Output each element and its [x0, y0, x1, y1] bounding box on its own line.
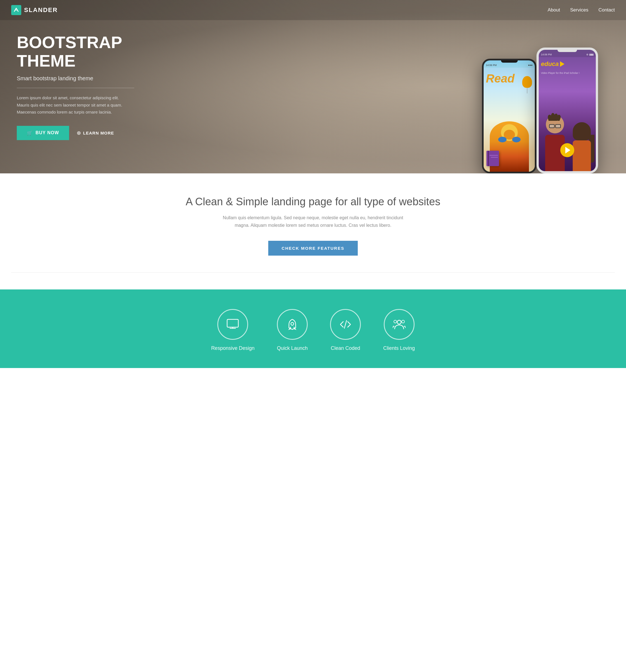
nav-item-about[interactable]: About [548, 7, 560, 13]
feature-clients-loving: Clients Loving [383, 309, 415, 351]
hero-divider [17, 88, 134, 88]
feature-circle-monitor [217, 309, 248, 340]
svg-point-7 [394, 320, 397, 323]
phone-screen-content-white: educa Video Player for the iPad Scholar … [539, 57, 596, 171]
monitor-icon [226, 318, 239, 331]
phone-screen-purple: 14:06 PM ⊛ ▮▮▮ educa Video Player for th… [539, 50, 596, 171]
hero-description: Lorem ipsum dolor sit amet, consectetur … [17, 94, 132, 116]
buy-now-button[interactable]: 🛒 BUY NOW [17, 126, 69, 140]
circle-dot-icon: ◎ [77, 130, 81, 135]
cart-icon: 🛒 [27, 130, 33, 136]
feature-responsive-design: Responsive Design [211, 309, 255, 351]
hero-content: BOOTSTRAPTHEME Smart bootstrap landing t… [0, 33, 148, 140]
feature-label-clients: Clients Loving [383, 345, 415, 351]
educa-subtitle: Video Player for the iPad Scholar ! [541, 70, 594, 75]
hero-buttons: 🛒 BUY NOW ◎ LEARN MORE [17, 126, 132, 140]
balloon-illustration [522, 76, 532, 93]
nav-links: About Services Contact [548, 7, 615, 13]
features-section: A Clean & Simple landing page for all ty… [0, 173, 626, 289]
features-divider [11, 272, 615, 273]
learn-more-button[interactable]: ◎ LEARN MORE [77, 130, 114, 135]
nav-link-contact[interactable]: Contact [598, 7, 615, 13]
educa-logo: educa [541, 61, 564, 68]
phone-notch-white [557, 50, 577, 52]
features-grid: Responsive Design Quick Launch [11, 309, 615, 351]
book-illustration [486, 151, 499, 166]
phones-area: 14:06 PM ●●● Read [282, 0, 626, 173]
users-icon [392, 318, 406, 331]
logo-icon [11, 5, 21, 15]
navbar: SLANDER About Services Contact [0, 0, 626, 20]
svg-point-3 [291, 322, 294, 325]
nav-item-contact[interactable]: Contact [598, 7, 615, 13]
features-heading: A Clean & Simple landing page for all ty… [11, 196, 615, 208]
feature-label-coded: Clean Coded [331, 345, 360, 351]
feature-label-responsive: Responsive Design [211, 345, 255, 351]
phone-notch-black [501, 61, 518, 63]
logo[interactable]: SLANDER [11, 5, 57, 15]
phone-screen-content-black: Read [484, 68, 535, 172]
svg-point-5 [397, 320, 401, 324]
rocket-icon [285, 318, 299, 331]
feature-label-launch: Quick Launch [277, 345, 308, 351]
feature-circle-rocket [277, 309, 308, 340]
feature-circle-users [384, 309, 415, 340]
phone-screen-black: 14:06 PM ●●● Read [484, 61, 535, 172]
nav-link-services[interactable]: Services [570, 7, 588, 13]
code-icon [339, 318, 352, 331]
hero-subtitle: Smart bootstrap landing theme [17, 75, 132, 82]
svg-line-4 [344, 320, 347, 328]
educa-characters [539, 110, 596, 171]
feature-quick-launch: Quick Launch [277, 309, 308, 351]
check-features-button[interactable]: CHECK MORE FEATURES [268, 241, 358, 256]
features-description: Nullam quis elementum ligula. Sed neque … [215, 214, 411, 229]
phone-status-black: 14:06 PM ●●● [484, 63, 535, 68]
feature-clean-coded: Clean Coded [330, 309, 361, 351]
teal-section: Responsive Design Quick Launch [0, 289, 626, 368]
nav-link-about[interactable]: About [548, 7, 560, 13]
feature-circle-code [330, 309, 361, 340]
read-app-title: Read [486, 72, 515, 85]
hero-title: BOOTSTRAPTHEME [17, 33, 132, 70]
phone-mockup-black: 14:06 PM ●●● Read [482, 59, 536, 173]
svg-rect-0 [227, 319, 238, 327]
logo-text: SLANDER [24, 6, 57, 14]
phone-mockup-white: 14:06 PM ⊛ ▮▮▮ educa Video Player for th… [536, 48, 598, 173]
phone-status-white: 14:06 PM ⊛ ▮▮▮ [539, 52, 596, 57]
svg-point-6 [402, 320, 404, 323]
play-button [560, 143, 574, 157]
nav-item-services[interactable]: Services [570, 7, 588, 13]
character-1 [541, 115, 568, 171]
hero-section: BOOTSTRAPTHEME Smart bootstrap landing t… [0, 0, 626, 173]
